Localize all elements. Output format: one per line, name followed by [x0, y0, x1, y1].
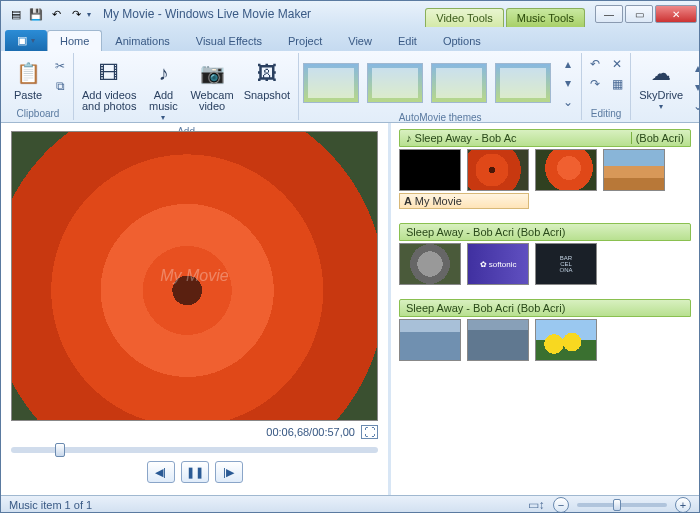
minimize-button[interactable]: — — [595, 5, 623, 23]
webcam-button[interactable]: 📷Webcam video — [186, 55, 237, 114]
add-music-icon: ♪ — [147, 57, 179, 89]
select-all-button[interactable]: ▦ — [608, 75, 626, 93]
clip[interactable] — [399, 149, 461, 191]
skydrive-icon: ☁ — [645, 57, 677, 89]
skydrive-button[interactable]: ☁SkyDrive▾ — [635, 55, 687, 114]
clip[interactable] — [467, 319, 529, 361]
cut-button[interactable]: ✂ — [51, 57, 69, 75]
add-music-label: Add music — [149, 90, 178, 112]
seek-slider[interactable] — [11, 447, 378, 453]
save-qat-button[interactable]: 💾 — [27, 5, 45, 23]
zoom-thumb[interactable] — [613, 499, 621, 511]
fullscreen-button[interactable]: ⛶ — [361, 425, 378, 439]
clip[interactable]: BAR CEL ONA — [535, 243, 597, 285]
music-bar[interactable]: ♪ Sleep Away - Bob Ac(Bob Acri) — [399, 129, 691, 147]
music-bar[interactable]: Sleep Away - Bob Acri (Bob Acri) — [399, 299, 691, 317]
content-area: My Movie 00:06,68/00:57,00 ⛶ ◀| ❚❚ |▶ ♪ … — [1, 123, 699, 495]
zoom-slider[interactable] — [577, 503, 667, 507]
paste-icon: 📋 — [12, 57, 44, 89]
group-themes: ▴ ▾ ⌄ AutoMovie themes — [299, 53, 582, 120]
track: Sleep Away - Bob Acri (Bob Acri) — [399, 299, 691, 361]
preview-watermark: My Movie — [160, 267, 228, 285]
clip[interactable] — [535, 149, 597, 191]
storyboard-pane[interactable]: ♪ Sleep Away - Bob Ac(Bob Acri) A My Mov… — [391, 123, 699, 495]
qat-dropdown-icon[interactable]: ▾ — [87, 10, 91, 19]
tab-visual-effects[interactable]: Visual Effects — [183, 30, 275, 51]
share-scroll-up[interactable]: ▴ — [689, 59, 700, 77]
clip[interactable]: ✿ softonic — [467, 243, 529, 285]
video-tools-tab[interactable]: Video Tools — [425, 8, 503, 27]
group-clipboard-label: Clipboard — [7, 107, 69, 120]
copy-button[interactable]: ⧉ — [51, 77, 69, 95]
maximize-button[interactable]: ▭ — [625, 5, 653, 23]
theme-thumb[interactable] — [495, 63, 551, 103]
clip-row — [399, 319, 691, 361]
themes-expand[interactable]: ⌄ — [559, 93, 577, 111]
snapshot-label: Snapshot — [244, 90, 290, 101]
add-music-button[interactable]: ♪Add music▾ — [142, 55, 184, 125]
theme-thumb[interactable] — [303, 63, 359, 103]
seek-thumb[interactable] — [55, 443, 65, 457]
rotate-right-button[interactable]: ↷ — [586, 75, 604, 93]
music-bar[interactable]: Sleep Away - Bob Acri (Bob Acri) — [399, 223, 691, 241]
window-title: My Movie - Windows Live Movie Maker — [103, 7, 311, 21]
track: Sleep Away - Bob Acri (Bob Acri) ✿ softo… — [399, 223, 691, 285]
themes-scroll-up[interactable]: ▴ — [559, 55, 577, 73]
rotate-left-button[interactable]: ↶ — [586, 55, 604, 73]
next-frame-button[interactable]: |▶ — [215, 461, 243, 483]
prev-frame-button[interactable]: ◀| — [147, 461, 175, 483]
music-label: ♪ Sleep Away - Bob Ac — [406, 132, 516, 144]
ribbon: 📋Paste ✂ ⧉ Clipboard 🎞Add videos and pho… — [1, 51, 699, 123]
tab-edit[interactable]: Edit — [385, 30, 430, 51]
clip[interactable] — [467, 149, 529, 191]
delete-button[interactable]: ✕ — [608, 55, 626, 73]
chevron-down-icon: ▾ — [161, 112, 165, 123]
clip[interactable] — [535, 319, 597, 361]
file-tab[interactable]: ▣▾ — [5, 30, 47, 51]
theme-thumb[interactable] — [367, 63, 423, 103]
track: ♪ Sleep Away - Bob Ac(Bob Acri) A My Mov… — [399, 129, 691, 209]
music-label: Sleep Away - Bob Acri (Bob Acri) — [406, 302, 565, 314]
zoom-in-button[interactable]: + — [675, 497, 691, 513]
chevron-down-icon: ▾ — [31, 36, 35, 45]
status-text: Music item 1 of 1 — [9, 499, 92, 511]
preview-video[interactable]: My Movie — [11, 131, 378, 421]
clip[interactable] — [399, 319, 461, 361]
webcam-label: Webcam video — [190, 90, 233, 112]
tab-project[interactable]: Project — [275, 30, 335, 51]
music-tools-tab[interactable]: Music Tools — [506, 8, 585, 27]
tab-options[interactable]: Options — [430, 30, 494, 51]
play-pause-button[interactable]: ❚❚ — [181, 461, 209, 483]
tab-view[interactable]: View — [335, 30, 385, 51]
tab-animations[interactable]: Animations — [102, 30, 182, 51]
skydrive-label: SkyDrive — [639, 90, 683, 101]
view-toggle-button[interactable]: ▭↕ — [527, 496, 545, 513]
add-videos-label: Add videos and photos — [82, 90, 136, 112]
title-overlay[interactable]: A My Movie — [399, 193, 529, 209]
group-add: 🎞Add videos and photos ♪Add music▾ 📷Webc… — [74, 53, 299, 120]
undo-qat-button[interactable]: ↶ — [47, 5, 65, 23]
time-display-row: 00:06,68/00:57,00 ⛶ — [11, 421, 378, 443]
paste-label: Paste — [14, 90, 42, 101]
share-expand[interactable]: ⌄ — [689, 97, 700, 115]
theme-thumb[interactable] — [431, 63, 487, 103]
close-button[interactable]: ✕ — [655, 5, 697, 23]
share-scroll-down[interactable]: ▾ — [689, 78, 700, 96]
group-editing: ↶✕ ↷▦ Editing — [582, 53, 631, 120]
redo-qat-button[interactable]: ↷ — [67, 5, 85, 23]
themes-scroll-down[interactable]: ▾ — [559, 74, 577, 92]
time-display: 00:06,68/00:57,00 — [266, 426, 355, 438]
paste-button[interactable]: 📋Paste — [7, 55, 49, 103]
group-share: ☁SkyDrive▾ ▴ ▾ ⌄ 💾Save movie▾ 👤Sign in S… — [631, 53, 700, 120]
add-videos-button[interactable]: 🎞Add videos and photos — [78, 55, 140, 114]
group-editing-label: Editing — [586, 107, 626, 120]
file-icon: ▣ — [17, 34, 27, 47]
app-menu-button[interactable]: ▤ — [7, 5, 25, 23]
playback-controls: ◀| ❚❚ |▶ — [11, 457, 378, 487]
preview-pane: My Movie 00:06,68/00:57,00 ⛶ ◀| ❚❚ |▶ — [1, 123, 391, 495]
clip[interactable] — [603, 149, 665, 191]
snapshot-button[interactable]: 🖼Snapshot — [240, 55, 294, 103]
clip[interactable] — [399, 243, 461, 285]
zoom-out-button[interactable]: − — [553, 497, 569, 513]
tab-home[interactable]: Home — [47, 30, 102, 51]
